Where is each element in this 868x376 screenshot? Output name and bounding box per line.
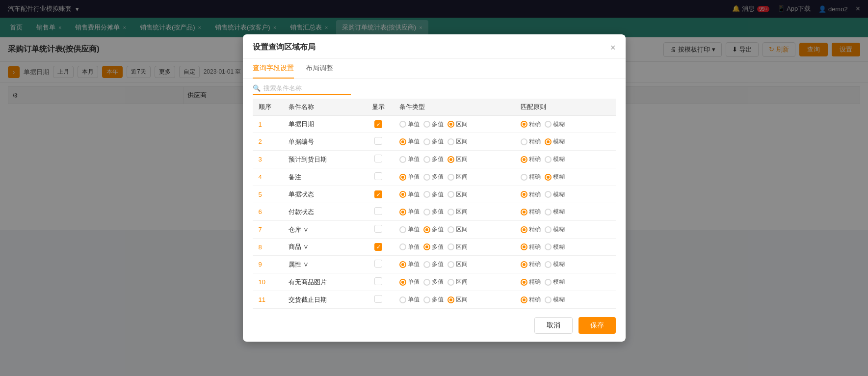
type-radio-item[interactable]: 区间	[447, 208, 468, 216]
radio-label: 区间	[456, 225, 468, 230]
radio-label: 多值	[432, 190, 444, 199]
match-radio-item[interactable]: 精确	[521, 173, 541, 181]
table-row: 6付款状态单值多值区间精确模糊	[253, 203, 616, 221]
type-radio-item[interactable]: 单值	[399, 155, 420, 163]
type-radio-item[interactable]: 多值	[423, 173, 444, 181]
row-show[interactable]	[364, 116, 394, 133]
radio-dot	[545, 121, 552, 128]
show-checkbox[interactable]	[374, 207, 382, 215]
type-radio-item[interactable]: 单值	[399, 137, 420, 146]
radio-dot	[521, 191, 527, 198]
match-radio-item[interactable]: 模糊	[545, 137, 565, 146]
search-input[interactable]	[263, 84, 342, 92]
radio-dot	[399, 138, 406, 145]
type-radio-item[interactable]: 多值	[423, 225, 444, 230]
radio-dot	[423, 191, 430, 198]
radio-label: 区间	[456, 208, 468, 216]
dialog-close-btn[interactable]: ×	[610, 43, 616, 52]
radio-label: 单值	[408, 137, 420, 146]
radio-label: 区间	[456, 190, 468, 199]
radio-label: 精确	[529, 190, 541, 199]
type-radio-item[interactable]: 单值	[399, 190, 420, 199]
show-checkbox[interactable]	[374, 225, 382, 230]
radio-dot	[447, 209, 454, 215]
match-radio-item[interactable]: 精确	[521, 120, 541, 129]
radio-label: 多值	[432, 173, 444, 181]
radio-label: 单值	[408, 173, 420, 181]
match-radio-item[interactable]: 模糊	[545, 225, 565, 230]
table-row: 2单据编号单值多值区间精确模糊	[253, 133, 616, 151]
radio-dot	[545, 226, 552, 230]
row-order: 7	[253, 221, 283, 230]
radio-label: 模糊	[553, 173, 565, 181]
match-radio-item[interactable]: 模糊	[545, 155, 565, 163]
match-radio-item[interactable]: 精确	[521, 137, 541, 146]
radio-label: 多值	[432, 155, 444, 163]
radio-dot	[447, 138, 454, 145]
type-radio-item[interactable]: 区间	[447, 190, 468, 199]
match-radio-item[interactable]: 模糊	[545, 173, 565, 181]
row-show[interactable]	[364, 186, 394, 203]
row-show[interactable]	[364, 203, 394, 221]
show-checkbox[interactable]	[374, 120, 382, 128]
radio-label: 多值	[432, 225, 444, 230]
row-match: 精确模糊	[515, 186, 616, 203]
type-radio-item[interactable]: 单值	[399, 120, 420, 129]
type-radio-item[interactable]: 单值	[399, 173, 420, 181]
row-order: 4	[253, 168, 283, 186]
radio-dot	[399, 191, 406, 198]
type-radio-item[interactable]: 多值	[423, 120, 444, 129]
match-radio-item[interactable]: 精确	[521, 190, 541, 199]
type-radio-item[interactable]: 区间	[447, 155, 468, 163]
radio-dot	[399, 226, 406, 230]
radio-dot	[423, 226, 430, 230]
show-checkbox[interactable]	[374, 190, 382, 198]
type-radio-item[interactable]: 区间	[447, 137, 468, 146]
type-radio-item[interactable]: 多值	[423, 155, 444, 163]
match-radio-item[interactable]: 模糊	[545, 190, 565, 199]
table-row: 5单据状态单值多值区间精确模糊	[253, 186, 616, 203]
table-row: 4备注单值多值区间精确模糊	[253, 168, 616, 186]
col-header-type: 条件类型	[394, 99, 515, 116]
row-show[interactable]	[364, 168, 394, 186]
type-radio-item[interactable]: 多值	[423, 208, 444, 216]
tab-layout-adjust[interactable]: 布局调整	[306, 59, 333, 79]
radio-dot	[447, 121, 454, 128]
show-checkbox[interactable]	[374, 137, 382, 145]
show-checkbox[interactable]	[374, 172, 382, 180]
row-show[interactable]	[364, 133, 394, 151]
type-radio-item[interactable]: 单值	[399, 225, 420, 230]
row-show[interactable]	[364, 151, 394, 168]
row-match: 精确模糊	[515, 221, 616, 230]
radio-label: 模糊	[553, 190, 565, 199]
match-radio-item[interactable]: 精确	[521, 225, 541, 230]
match-radio-item[interactable]: 精确	[521, 155, 541, 163]
radio-dot	[423, 156, 430, 163]
tab-query-fields[interactable]: 查询字段设置	[253, 59, 294, 79]
row-name: 单据日期	[283, 116, 363, 133]
radio-label: 多值	[432, 137, 444, 146]
type-radio-item[interactable]: 多值	[423, 190, 444, 199]
radio-label: 模糊	[553, 137, 565, 146]
dialog-overlay: 设置查询区域布局 × 查询字段设置 布局调整 🔍 顺序 条件名称 显示	[0, 0, 868, 230]
match-radio-item[interactable]: 精确	[521, 208, 541, 216]
row-type: 单值多值区间	[394, 203, 515, 221]
match-radio-item[interactable]: 模糊	[545, 208, 565, 216]
radio-dot	[521, 226, 527, 230]
row-show[interactable]	[364, 221, 394, 230]
row-type: 单值多值区间	[394, 151, 515, 168]
radio-dot	[545, 138, 552, 145]
match-radio-item[interactable]: 模糊	[545, 120, 565, 129]
type-radio-item[interactable]: 区间	[447, 173, 468, 181]
radio-label: 模糊	[553, 208, 565, 216]
type-radio-item[interactable]: 多值	[423, 137, 444, 146]
radio-dot	[521, 138, 527, 145]
radio-label: 单值	[408, 190, 420, 199]
type-radio-item[interactable]: 单值	[399, 208, 420, 216]
show-checkbox[interactable]	[374, 155, 382, 162]
type-radio-item[interactable]: 区间	[447, 225, 468, 230]
search-wrap: 🔍	[253, 84, 351, 95]
type-radio-item[interactable]: 区间	[447, 120, 468, 129]
radio-dot	[447, 191, 454, 198]
search-icon: 🔍	[253, 84, 261, 92]
